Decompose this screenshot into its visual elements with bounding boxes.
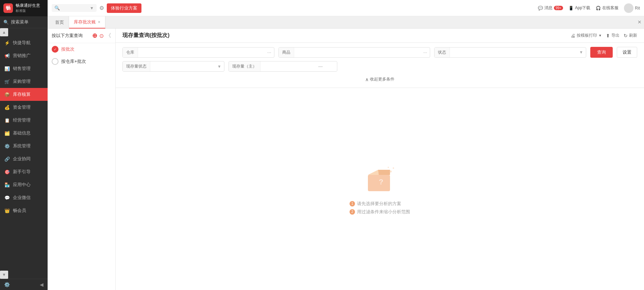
tip-number-1: 1: [350, 201, 355, 206]
scheme-item-pici[interactable]: ✓ 按批次: [48, 43, 115, 55]
collapse-sidebar-button[interactable]: ◀: [40, 282, 44, 287]
topbar-search-input[interactable]: [61, 6, 88, 11]
scheme-inactive-indicator: [52, 58, 58, 65]
sidebar-item-xitong[interactable]: ⚙️ 系统管理: [0, 140, 48, 152]
sidebar-item-kuaijie[interactable]: ⚡ 快捷导航: [0, 36, 48, 49]
inventory-status-label: 现存量状态: [123, 61, 150, 71]
collapse-panel-button[interactable]: 《: [106, 32, 111, 39]
collapse-button[interactable]: ∧ 收起更多条件: [365, 75, 394, 84]
inventory-main-to[interactable]: [324, 62, 337, 71]
nav-icon-qiye: 🔗: [4, 156, 10, 162]
tip-number-2: 2: [350, 209, 355, 215]
plus-icon: ⊕: [92, 32, 97, 39]
status-filter: 状态 ▼: [434, 47, 586, 58]
nav-icon-kucun: 📦: [4, 91, 10, 97]
sidebar-item-yingyong[interactable]: 🏪 应用中心: [0, 178, 48, 191]
scroll-up-button[interactable]: ▲: [0, 28, 8, 36]
chevron-left-icon: 《: [106, 32, 111, 39]
refresh-icon: ↻: [624, 33, 628, 38]
status-input[interactable]: [450, 48, 576, 57]
settings-button[interactable]: ⚙️: [4, 282, 10, 287]
settings-button[interactable]: 设置: [617, 47, 637, 58]
empty-icon: ?: [363, 161, 397, 195]
page-header: 现存量查询(按批次) 🖨 按模板打印 ▼ ⬆ 导出 ↻ 刷新: [116, 29, 644, 43]
query-button[interactable]: 查询: [590, 47, 613, 58]
goods-more-icon[interactable]: ···: [421, 48, 430, 57]
refresh-button[interactable]: ↻ 刷新: [624, 33, 637, 38]
topbar-gear-icon[interactable]: ⚙: [99, 5, 104, 11]
nav-icon-qiyeweixin: 💬: [4, 195, 10, 201]
filter-area: 仓库 ··· 商品 ··· 状态 ▼ 查询 设置: [116, 43, 644, 88]
sidebar-item-caigou[interactable]: 🛒 采购管理: [0, 75, 48, 88]
export-icon: ⬆: [606, 33, 610, 38]
app-edition: 标准版: [16, 8, 40, 13]
empty-illustration: ?: [363, 161, 397, 195]
close-panel-icon: ×: [638, 19, 641, 26]
nav-icon-caigou: 🛒: [4, 78, 10, 85]
nav-icon-zijin: 💰: [4, 104, 10, 110]
tab-home[interactable]: 首页: [50, 16, 69, 29]
inventory-status-input[interactable]: [150, 62, 215, 71]
nav-icon-xitong: ⚙️: [4, 143, 10, 149]
sidebar-item-zijin[interactable]: 💰 资金管理: [0, 101, 48, 114]
sidebar-footer: ⚙️ ◀: [0, 279, 48, 290]
nav-icon-yingxiao: 📢: [4, 53, 10, 59]
status-label: 状态: [435, 48, 450, 57]
user-action[interactable]: Rit: [624, 3, 640, 13]
messages-action[interactable]: 💬 消息 99+: [538, 5, 563, 11]
messages-badge: 99+: [554, 6, 563, 10]
app-download-icon: 📱: [569, 6, 574, 11]
sidebar-item-xinshou[interactable]: 🎯 新手引导: [0, 165, 48, 178]
sidebar-header: 畅 畅康通好生意 标准版: [0, 0, 48, 16]
print-icon: 🖨: [571, 33, 575, 38]
main-content: ? 1 请先选择要分析的方案 2: [116, 88, 644, 290]
search-icon: 🔍: [3, 20, 9, 25]
experience-button[interactable]: 体验行业方案: [107, 3, 141, 13]
goods-filter: 商品 ···: [278, 47, 430, 58]
inventory-status-filter: 现存量状态 ▼: [122, 61, 224, 72]
goods-input[interactable]: [294, 48, 421, 57]
sidebar-item-qiye[interactable]: 🔗 企业协同: [0, 152, 48, 165]
sidebar-item-jichu[interactable]: 🗂️ 基础信息: [0, 127, 48, 140]
svg-marker-2: [378, 170, 390, 175]
search-menu[interactable]: 🔍 搜索菜单: [0, 16, 48, 28]
sidebar-item-yingxiao[interactable]: 📢 营销推广: [0, 49, 48, 62]
filter-row-2: 现存量状态 ▼ 现存量（主） —: [122, 61, 637, 72]
sidebar-item-jingying[interactable]: 📋 经营管理: [0, 114, 48, 127]
export-button[interactable]: ⬆ 导出: [606, 33, 620, 38]
sidebar-item-qiyeweixin[interactable]: 💬 企业微信: [0, 191, 48, 204]
warehouse-more-icon[interactable]: ···: [265, 48, 274, 57]
inventory-main-filter: 现存量（主） —: [228, 61, 337, 72]
warehouse-filter: 仓库 ···: [122, 47, 274, 58]
filter-row-1: 仓库 ··· 商品 ··· 状态 ▼ 查询 设置: [122, 47, 637, 58]
topbar-search-icon: 🔍: [54, 5, 60, 11]
status-dropdown-icon[interactable]: ▼: [576, 48, 586, 57]
sidebar-item-kucun[interactable]: 📦 库存核算: [0, 88, 48, 101]
range-dash: —: [317, 64, 324, 69]
topbar-search-box[interactable]: 🔍 ▼: [52, 4, 97, 12]
tab-close-icon[interactable]: ×: [98, 20, 100, 24]
filter-row-collapse: ∧ 收起更多条件: [122, 75, 637, 84]
scheme-settings-button[interactable]: ⊙: [99, 33, 104, 39]
scroll-down-button[interactable]: ▼: [0, 271, 8, 279]
inventory-main-from[interactable]: [260, 62, 317, 71]
add-scheme-button[interactable]: ⊕: [92, 32, 97, 39]
print-button[interactable]: 🖨 按模板打印 ▼: [571, 33, 602, 38]
left-panel-title: 按以下方案查询: [52, 33, 83, 39]
settings-icon: ⊙: [99, 33, 104, 39]
app-download-action[interactable]: 📱 App下载: [569, 5, 590, 11]
avatar: [624, 3, 633, 13]
sidebar-item-changhui[interactable]: 👑 畅会员: [0, 204, 48, 217]
nav-icon-jichu: 🗂️: [4, 130, 10, 136]
tab-close-panel[interactable]: ×: [638, 19, 641, 26]
scheme-item-cangku-pici[interactable]: 按仓库+批次: [48, 55, 115, 68]
inventory-status-dropdown-icon[interactable]: ▼: [215, 62, 224, 71]
sidebar: 畅 畅康通好生意 标准版 🔍 搜索菜单 ▲ ⚡ 快捷导航 📢 营销推广 📊 销售…: [0, 0, 48, 290]
sidebar-item-xiaoshou[interactable]: 📊 销售管理: [0, 62, 48, 75]
left-panel-actions: ⊕ ⊙ 《: [92, 32, 111, 39]
svg-point-4: [390, 170, 392, 173]
tab-kucun-pici[interactable]: 库存批次账 ×: [69, 16, 105, 29]
online-service-action[interactable]: 🎧 在线客服: [596, 5, 618, 11]
warehouse-input[interactable]: [138, 48, 265, 57]
nav-icon-changhui: 👑: [4, 207, 10, 214]
